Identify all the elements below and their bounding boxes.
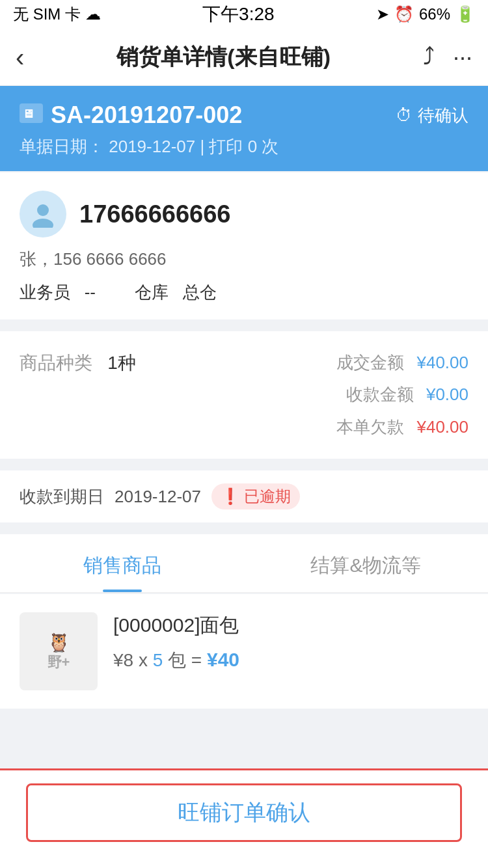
nav-actions: ⤴ ···: [423, 44, 472, 71]
order-id: 🖥 SA-20191207-002: [20, 102, 242, 129]
more-button[interactable]: ···: [453, 44, 472, 71]
status-right: ➤ ⏰ 66% 🔋: [376, 5, 475, 23]
product-thumbnail: 🦉 野+: [20, 612, 98, 690]
status-left: 无 SIM 卡 ☁: [13, 4, 101, 25]
overdue-text: 已逾期: [244, 486, 291, 507]
received-label: 收款金额: [346, 385, 414, 404]
customer-top: 17666666666: [20, 191, 468, 237]
back-button[interactable]: ‹: [16, 44, 24, 70]
status-text: 待确认: [418, 104, 468, 127]
summary-card: 商品种类 1种 成交金额 ¥40.00 收款金额 ¥0.00 本单欠款 ¥40.…: [0, 331, 488, 459]
status-bar: 无 SIM 卡 ☁ 下午3:28 ➤ ⏰ 66% 🔋: [0, 0, 488, 29]
goods-type-label: 商品种类: [20, 353, 92, 373]
customer-meta: 业务员 -- 仓库 总仓: [20, 281, 468, 304]
summary-row: 商品种类 1种 成交金额 ¥40.00 收款金额 ¥0.00 本单欠款 ¥40.…: [20, 347, 468, 443]
clock-icon: ⏱: [396, 105, 413, 126]
product-info: [0000002]面包 ¥8 x 5 包 = ¥40: [113, 612, 468, 673]
battery-label: 66%: [419, 5, 450, 23]
amounts: 成交金额 ¥40.00 收款金额 ¥0.00 本单欠款 ¥40.00: [336, 347, 468, 443]
customer-card: 17666666666 张，156 6666 6666 业务员 -- 仓库 总仓: [0, 172, 488, 319]
sim-label: 无 SIM 卡 ☁: [13, 4, 101, 25]
sales-val: --: [85, 282, 96, 302]
product-card: 🦉 野+ [0000002]面包 ¥8 x 5 包 = ¥40: [0, 594, 488, 709]
print-count: 0: [248, 137, 257, 156]
product-unit: 包: [168, 650, 186, 670]
customer-sub-info: 张，156 6666 6666: [20, 248, 468, 271]
product-total: ¥40: [207, 649, 239, 670]
page-title: 销货单详情(来自旺铺): [116, 42, 331, 72]
product-price: ¥8 x 5 包 = ¥40: [113, 648, 468, 673]
print-unit: 次: [262, 137, 278, 156]
warehouse-val: 总仓: [183, 282, 217, 302]
due-label: 本单欠款: [336, 417, 404, 437]
amount-row: 成交金额 ¥40.00: [336, 347, 468, 379]
order-meta: 单据日期： 2019-12-07 | 打印 0 次: [20, 135, 468, 158]
due-val: ¥40.00: [416, 417, 468, 437]
svg-point-2: [37, 204, 49, 216]
location-icon: ➤: [376, 5, 389, 23]
order-header-card: 🖥 SA-20191207-002 ⏱ 待确认 单据日期： 2019-12-07…: [0, 86, 488, 171]
equals-sign: =: [191, 650, 207, 670]
order-icon: 🖥: [20, 102, 43, 129]
goods-type-val: 1种: [107, 353, 136, 373]
meta-separator: |: [200, 137, 209, 156]
tab-products-label: 销售商品: [83, 554, 161, 576]
sales-info: 业务员 --: [20, 281, 96, 304]
order-status-badge: ⏱ 待确认: [396, 104, 468, 127]
received-row: 收款金额 ¥0.00: [336, 379, 468, 411]
confirm-btn-wrap: 旺铺订单确认: [0, 768, 488, 868]
overdue-badge: ❗ 已逾期: [211, 483, 300, 509]
meta-date-label: 单据日期：: [20, 137, 104, 156]
customer-phone: 17666666666: [79, 200, 230, 228]
product-logo: 🦉 野+: [47, 632, 70, 671]
product-name: [0000002]面包: [113, 612, 468, 639]
meta-date-val: 2019-12-07: [109, 137, 195, 156]
amount-label: 成交金额: [336, 353, 404, 372]
tab-products[interactable]: 销售商品: [0, 534, 244, 592]
share-button[interactable]: ⤴: [423, 44, 435, 71]
product-qty: 5: [153, 650, 163, 670]
alarm-icon: ⏰: [394, 5, 414, 23]
tab-settlement[interactable]: 结算&物流等: [244, 534, 488, 592]
tab-settlement-label: 结算&物流等: [310, 554, 421, 576]
goods-type: 商品种类 1种: [20, 347, 136, 375]
header-top: 🖥 SA-20191207-002 ⏱ 待确认: [20, 102, 468, 129]
battery-icon: 🔋: [455, 5, 475, 23]
print-label: 打印: [209, 137, 243, 156]
warehouse-label: 仓库: [135, 282, 169, 302]
tabs: 销售商品 结算&物流等: [0, 534, 488, 593]
due-date-label: 收款到期日: [20, 485, 104, 508]
product-logo-text: 野+: [47, 654, 70, 671]
svg-text:🖥: 🖥: [22, 107, 34, 120]
sales-label: 业务员: [20, 282, 70, 302]
due-date-val: 2019-12-07: [115, 487, 201, 507]
due-row: 本单欠款 ¥40.00: [336, 411, 468, 443]
due-date-row: 收款到期日 2019-12-07 ❗ 已逾期: [0, 470, 488, 522]
multiply-sign: x: [139, 650, 153, 670]
nav-bar: ‹ 销货单详情(来自旺铺) ⤴ ···: [0, 29, 488, 86]
overdue-icon: ❗: [221, 487, 240, 506]
confirm-button-label: 旺铺订单确认: [178, 798, 310, 828]
svg-point-3: [33, 219, 53, 228]
order-id-text: SA-20191207-002: [51, 102, 242, 129]
amount-val: ¥40.00: [416, 353, 468, 372]
status-time: 下午3:28: [202, 2, 275, 27]
warehouse-info: 仓库 总仓: [135, 281, 217, 304]
price-unit: ¥8: [113, 650, 133, 670]
confirm-button[interactable]: 旺铺订单确认: [26, 783, 462, 842]
avatar: [20, 191, 66, 237]
received-val: ¥0.00: [426, 385, 468, 404]
